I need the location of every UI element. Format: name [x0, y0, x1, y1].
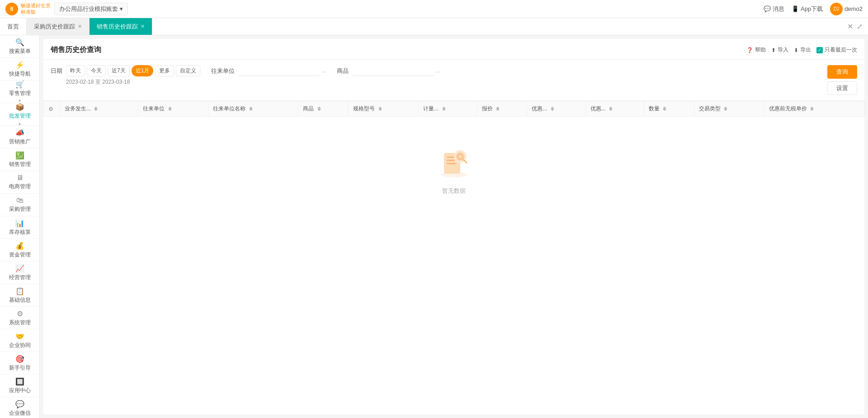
wholesale-icon: 📦 [15, 103, 24, 111]
only-last-checkbox[interactable]: 只看最后一次 [816, 46, 857, 54]
tab-sales-history[interactable]: 销售历史价跟踪 ✕ [90, 18, 152, 35]
sort-icon-trade-type [724, 107, 727, 111]
date-btn-custom[interactable]: 自定义 [176, 65, 200, 76]
goods-input[interactable] [352, 65, 434, 76]
data-table: ⚙ 业务发生... 往来单位 [43, 101, 864, 117]
sort-icon-discount1 [551, 107, 554, 111]
sidebar-item-wholesale-mgmt[interactable]: 📦 批发管理 ▴ [0, 103, 39, 126]
sort-icon-partner-name [249, 107, 253, 111]
query-button[interactable]: 查询 [827, 65, 857, 79]
ecommerce-icon: 🖥 [16, 174, 24, 182]
app-center-icon: 🔲 [15, 377, 24, 386]
goods-input-group: ... [352, 65, 440, 76]
maximize-window-icon[interactable]: ⤢ [857, 22, 863, 31]
table-col-settings: ⚙ [44, 101, 60, 117]
sidebar-item-ecommerce[interactable]: 🖥 电商管理 [0, 171, 39, 194]
ops-icon: 📈 [15, 264, 24, 273]
partner-filter-group: 往来单位 ... [211, 65, 326, 76]
table-col-partner-code[interactable]: 往来单位 [138, 101, 208, 117]
filter-area: 日期 昨天 今天 近7天 近1月 更多 自定义 2023-02-18 至 202… [43, 60, 864, 101]
partner-input[interactable] [238, 65, 320, 76]
sidebar-item-inventory[interactable]: 📊 库存核算 [0, 216, 39, 239]
sidebar-item-finance[interactable]: 💰 资金管理 [0, 239, 39, 261]
svg-rect-4 [447, 163, 456, 164]
sidebar-item-system[interactable]: ⚙ 系统管理 [0, 307, 39, 329]
table-col-trade-type[interactable]: 交易类型 [694, 101, 764, 117]
purchase-icon: 🛍 [16, 196, 24, 204]
app-selector[interactable]: 办公用品行业模拟账套 ▾ [54, 3, 128, 15]
goods-input-dots[interactable]: ... [435, 67, 440, 74]
sidebar-item-app-center[interactable]: 🔲 应用中心 [0, 375, 39, 397]
empty-text: 暂无数据 [442, 187, 466, 195]
table-header-row: ⚙ 业务发生... 往来单位 [44, 101, 864, 117]
sidebar-item-retail-mgmt[interactable]: 🛒 零售管理 ▾ [0, 81, 39, 103]
sidebar-item-basic-info[interactable]: 📋 基础信息 [0, 284, 39, 307]
table-col-spec[interactable]: 规格型号 [349, 101, 419, 117]
table-col-goods[interactable]: 商品 [298, 101, 349, 117]
date-btn-7days[interactable]: 近7天 [108, 65, 130, 76]
help-icon: ❓ [746, 47, 753, 53]
date-btn-more[interactable]: 更多 [155, 65, 174, 76]
sidebar-item-new-guide[interactable]: 🎯 新手引导 [0, 352, 39, 375]
page-header-actions: ❓ 帮助 ⬆ 导入 ⬇ 导出 只看最后一次 [746, 46, 857, 54]
sort-icon-biz-date [94, 107, 98, 111]
sidebar-item-enterprise-wechat[interactable]: 💬 企业微信 [0, 397, 39, 418]
content-area: 销售历史价查询 ❓ 帮助 ⬆ 导入 ⬇ 导出 [40, 35, 868, 418]
table-col-biz-date[interactable]: 业务发生... [60, 101, 138, 117]
download-action[interactable]: 📱 App下载 [792, 5, 823, 13]
tab-purchase-label: 采购历史价跟踪 [34, 23, 75, 31]
partner-filter-label: 往来单位 [211, 65, 235, 75]
partner-input-dots[interactable]: ... [321, 67, 326, 74]
sidebar-item-marketing[interactable]: 📣 营销推广 [0, 126, 39, 148]
export-button[interactable]: ⬇ 导出 [794, 46, 811, 54]
date-btn-1month[interactable]: 近1月 [132, 65, 154, 76]
retail-icon: 🛒 [15, 80, 24, 89]
sort-icon-qty [663, 107, 666, 111]
empty-state: 暂无数据 [43, 117, 864, 222]
sort-icon-spec [378, 107, 382, 111]
date-btn-today[interactable]: 今天 [87, 65, 106, 76]
tab-home[interactable]: 首页 [0, 18, 27, 35]
sidebar-item-sales-mgmt[interactable]: 💹 销售管理 [0, 148, 39, 171]
table-col-qty[interactable]: 数量 [644, 101, 694, 117]
sort-icon-quote [496, 107, 500, 111]
quick-nav-icon: ⚡ [15, 61, 24, 69]
table-col-pre-tax-price[interactable]: 优惠前无税单价 [764, 101, 864, 117]
sidebar-item-quick-nav[interactable]: ⚡ 快捷导航 [0, 58, 39, 81]
user-action[interactable]: D2 demo2 [830, 3, 863, 15]
header-right: 💬 消息 📱 App下载 D2 demo2 [764, 3, 863, 15]
collab-icon: 🤝 [15, 332, 24, 341]
message-action[interactable]: 💬 消息 [764, 5, 784, 13]
action-buttons: 查询 设置 [827, 65, 857, 95]
sidebar-item-search-menu[interactable]: 🔍 搜索菜单 [0, 35, 39, 58]
table-col-unit[interactable]: 计量... [419, 101, 477, 117]
sidebar-item-ops-mgmt[interactable]: 📈 经营管理 [0, 261, 39, 284]
tab-window-actions: ✕ ⤢ [842, 22, 868, 31]
wechat-icon: 💬 [15, 400, 24, 408]
logo-text: 畅捷通好生意 标准版 [21, 3, 51, 14]
partner-input-group: ... [238, 65, 326, 76]
help-button[interactable]: ❓ 帮助 [746, 46, 766, 54]
table-col-discount1[interactable]: 优惠... [527, 101, 585, 117]
import-button[interactable]: ⬆ 导入 [771, 46, 788, 54]
checkbox-checked-icon [816, 47, 823, 53]
sidebar-item-purchase-mgmt[interactable]: 🛍 采购管理 [0, 194, 39, 216]
tab-purchase-close-icon[interactable]: ✕ [78, 24, 82, 29]
date-filter-label: 日期 [51, 65, 62, 75]
settings-col-icon[interactable]: ⚙ [48, 106, 53, 112]
settings-button[interactable]: 设置 [827, 81, 857, 95]
table-container: ⚙ 业务发生... 往来单位 [43, 101, 864, 414]
tab-sales-label: 销售历史价跟踪 [97, 23, 138, 31]
close-window-icon[interactable]: ✕ [847, 22, 853, 31]
search-icon: 🔍 [15, 38, 24, 47]
finance-icon: 💰 [15, 242, 24, 250]
tab-purchase-history[interactable]: 采购历史价跟踪 ✕ [27, 18, 90, 35]
date-filter-group: 日期 昨天 今天 近7天 近1月 更多 自定义 2023-02-18 至 202… [51, 65, 200, 86]
table-col-partner-name[interactable]: 往来单位名称 [208, 101, 298, 117]
tab-sales-close-icon[interactable]: ✕ [141, 24, 145, 29]
sidebar-item-enterprise-collab[interactable]: 🤝 企业协同 [0, 329, 39, 352]
date-btn-yesterday[interactable]: 昨天 [66, 65, 85, 76]
sidebar: 🔍 搜索菜单 ⚡ 快捷导航 🛒 零售管理 ▾ 📦 批发管理 ▴ 📣 营销推广 💹… [0, 35, 40, 418]
table-col-quote[interactable]: 报价 [477, 101, 527, 117]
table-col-discount2[interactable]: 优惠... [585, 101, 644, 117]
